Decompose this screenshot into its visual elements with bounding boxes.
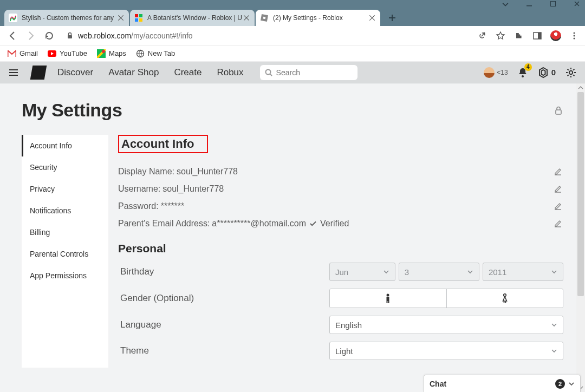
favicon-roblox-icon <box>134 14 143 22</box>
birthday-month-select[interactable]: Jun <box>329 263 395 281</box>
roblox-header: Discover Avatar Shop Create Robux <13 4 … <box>0 62 585 83</box>
password-value: ******* <box>161 201 185 211</box>
favicon-roblox-settings-icon <box>260 14 269 22</box>
new-tab-button[interactable] <box>385 10 400 25</box>
gender-label: Gender (Optional) <box>118 293 329 304</box>
back-button[interactable] <box>5 29 20 43</box>
nav-discover[interactable]: Discover <box>57 67 93 78</box>
svg-point-19 <box>522 75 524 77</box>
panel-icon[interactable] <box>532 30 543 41</box>
svg-rect-1 <box>551 2 556 6</box>
svg-point-14 <box>574 37 575 39</box>
roblox-logo-icon[interactable] <box>30 66 47 80</box>
svg-rect-0 <box>526 5 532 6</box>
window-maximize-icon[interactable] <box>549 0 557 8</box>
svg-rect-3 <box>135 14 138 17</box>
bookmark-gmail[interactable]: Gmail <box>8 49 38 58</box>
tab-settings[interactable]: (2) My Settings - Roblox <box>256 10 380 26</box>
search-input[interactable] <box>276 68 353 77</box>
window-close-icon[interactable] <box>573 0 581 8</box>
edit-display-name-button[interactable] <box>552 166 563 177</box>
tab-title: (2) My Settings - Roblox <box>273 14 368 22</box>
age-indicator[interactable]: <13 <box>484 67 508 78</box>
language-select[interactable]: English <box>329 316 563 334</box>
sidebar-item-account-info[interactable]: Account Info <box>22 135 108 156</box>
svg-point-18 <box>265 69 270 74</box>
svg-point-13 <box>574 35 575 36</box>
tab-close-icon[interactable] <box>243 14 250 22</box>
nav-create[interactable]: Create <box>174 67 202 78</box>
forward-button[interactable] <box>24 29 38 43</box>
edit-email-button[interactable] <box>552 218 563 229</box>
nav-robux[interactable]: Robux <box>217 67 243 78</box>
share-icon[interactable] <box>477 30 487 41</box>
birthday-year-select[interactable]: 2011 <box>483 263 563 281</box>
hamburger-icon[interactable] <box>8 67 20 79</box>
svg-rect-6 <box>139 18 142 22</box>
robux-balance[interactable]: 0 <box>537 67 556 79</box>
scroll-up-icon[interactable] <box>576 83 585 92</box>
row-email: Parent's Email Address: a**********@hotm… <box>118 218 563 229</box>
maps-icon <box>97 49 106 58</box>
select-value: Light <box>335 347 353 356</box>
theme-select[interactable]: Light <box>329 342 563 360</box>
svg-rect-5 <box>135 18 138 22</box>
username-label: Username: <box>118 184 160 194</box>
extensions-icon[interactable] <box>514 30 524 41</box>
sidebar-item-privacy[interactable]: Privacy <box>22 178 108 200</box>
password-label: Password: <box>118 201 159 211</box>
bookmark-maps[interactable]: Maps <box>97 49 126 58</box>
birthday-label: Birthday <box>118 266 329 277</box>
window-min-icon[interactable] <box>502 0 509 8</box>
svg-rect-11 <box>538 32 541 39</box>
svg-rect-9 <box>68 35 72 38</box>
edit-password-button[interactable] <box>552 201 563 212</box>
browser-address-bar: web.roblox.com/my/account#!/info <box>0 26 585 45</box>
settings-gear-icon[interactable] <box>564 66 577 79</box>
gender-female-button[interactable] <box>446 289 563 308</box>
window-minimize-icon[interactable] <box>525 0 533 8</box>
bookmark-newtab[interactable]: New Tab <box>136 49 175 58</box>
chevron-down-icon <box>467 269 473 275</box>
birthday-day-select[interactable]: 3 <box>399 263 479 281</box>
email-verified-label: Verified <box>320 219 349 228</box>
roblox-nav: Discover Avatar Shop Create Robux <box>57 67 244 78</box>
sidebar-item-app-permissions[interactable]: App Permissions <box>22 265 108 286</box>
title-lock-icon[interactable] <box>554 106 563 115</box>
sidebar-item-security[interactable]: Security <box>22 156 108 178</box>
robux-icon <box>537 67 549 79</box>
tab-botanist[interactable]: A Botanist's Window - Roblox | U <box>130 10 255 26</box>
section-personal: Personal <box>118 242 563 255</box>
roblox-search[interactable] <box>260 65 358 80</box>
profile-avatar-icon[interactable] <box>550 30 561 41</box>
scrollbar-thumb[interactable] <box>577 92 584 296</box>
gender-male-button[interactable] <box>330 289 446 308</box>
bookmark-star-icon[interactable] <box>495 30 506 41</box>
sidebar-item-billing[interactable]: Billing <box>22 221 108 243</box>
tab-close-icon[interactable] <box>117 14 125 22</box>
robux-count: 0 <box>551 68 556 77</box>
nav-avatar-shop[interactable]: Avatar Shop <box>108 67 159 78</box>
tab-title: Stylish - Custom themes for any <box>22 14 117 22</box>
bookmark-label: Maps <box>109 49 126 57</box>
sidebar-item-notifications[interactable]: Notifications <box>22 200 108 221</box>
url-field[interactable]: web.roblox.com/my/account#!/info <box>61 31 472 40</box>
bookmark-youtube[interactable]: YouTube <box>48 49 87 58</box>
username-value: soul_Hunter778 <box>162 184 224 194</box>
globe-icon <box>136 49 145 58</box>
display-name-label: Display Name: <box>118 167 174 177</box>
chat-bar[interactable]: Chat 2 <box>424 375 581 392</box>
edit-username-button[interactable] <box>552 184 563 194</box>
notifications-button[interactable]: 4 <box>517 67 529 79</box>
avatar-head-icon <box>484 67 495 78</box>
menu-icon[interactable] <box>569 30 580 41</box>
tab-close-icon[interactable] <box>368 14 376 22</box>
bookmark-label: New Tab <box>148 49 175 57</box>
scrollbar[interactable] <box>576 83 585 392</box>
svg-point-12 <box>574 32 575 34</box>
male-icon <box>384 293 392 304</box>
sidebar-item-parental-controls[interactable]: Parental Controls <box>22 243 108 265</box>
tab-stylish[interactable]: Stylish - Custom themes for any <box>4 10 129 26</box>
reload-button[interactable] <box>42 29 56 43</box>
chat-toggle-icon[interactable] <box>568 381 575 387</box>
